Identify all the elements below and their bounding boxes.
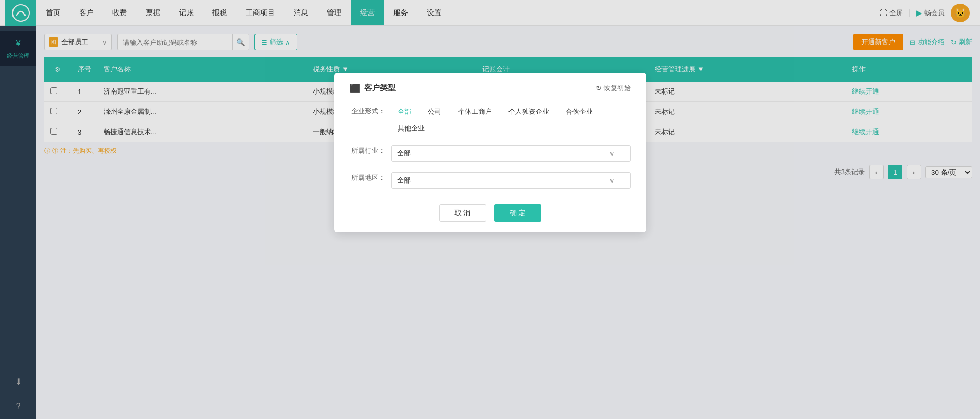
option-partnership[interactable]: 合伙企业 [559, 106, 599, 118]
option-individual[interactable]: 个人独资企业 [502, 106, 555, 118]
region-label: 所属地区： [350, 172, 391, 182]
modal-overlay: ⬛ 客户类型 ↻ 恢复初始 企业形式： 全部 公司 个体工商户 个人独资企业 合… [0, 0, 980, 419]
industry-select-wrap: 全部 ∨ [391, 145, 631, 162]
modal-title-text: 客户类型 [364, 83, 396, 93]
region-value: 全部 [397, 176, 411, 185]
modal-reset-btn[interactable]: ↻ 恢复初始 [596, 84, 631, 93]
enterprise-form-row: 企业形式： 全部 公司 个体工商户 个人独资企业 合伙企业 其他企业 [350, 106, 631, 135]
option-company[interactable]: 公司 [422, 106, 448, 118]
modal-footer: 取 消 确 定 [350, 204, 631, 222]
modal-title: ⬛ 客户类型 [350, 83, 396, 93]
filter-modal: ⬛ 客户类型 ↻ 恢复初始 企业形式： 全部 公司 个体工商户 个人独资企业 合… [334, 73, 646, 232]
region-row: 所属地区： 全部 ∨ [350, 172, 631, 189]
industry-label: 所属行业： [350, 145, 391, 155]
option-sole[interactable]: 个体工商户 [452, 106, 498, 118]
confirm-button[interactable]: 确 定 [494, 204, 541, 222]
enterprise-options: 全部 公司 个体工商户 个人独资企业 合伙企业 其他企业 [391, 106, 631, 135]
industry-chevron-icon: ∨ [609, 150, 615, 158]
modal-title-icon: ⬛ [350, 83, 360, 93]
industry-value: 全部 [397, 149, 411, 158]
industry-row: 所属行业： 全部 ∨ [350, 145, 631, 162]
region-chevron-icon: ∨ [609, 177, 615, 185]
reset-label: 恢复初始 [604, 84, 631, 93]
option-all[interactable]: 全部 [391, 106, 417, 118]
region-select-wrap: 全部 ∨ [391, 172, 631, 189]
reset-icon: ↻ [596, 84, 602, 92]
enterprise-form-label: 企业形式： [350, 106, 391, 116]
region-select[interactable]: 全部 ∨ [391, 172, 631, 189]
option-other[interactable]: 其他企业 [391, 122, 431, 135]
cancel-button[interactable]: 取 消 [439, 204, 486, 222]
modal-header: ⬛ 客户类型 ↻ 恢复初始 [350, 83, 631, 93]
industry-select[interactable]: 全部 ∨ [391, 145, 631, 162]
